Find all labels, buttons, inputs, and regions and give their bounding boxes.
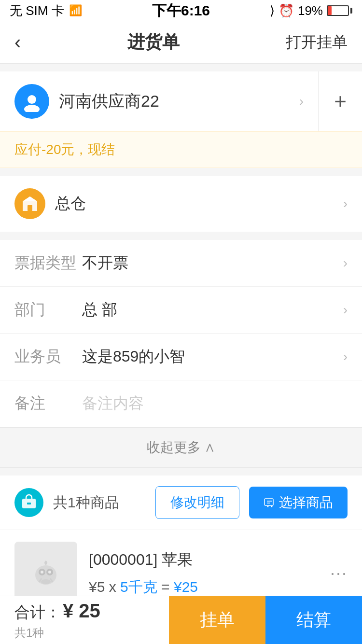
svg-rect-4: [27, 503, 31, 504]
product-quantity: 5千克: [120, 579, 157, 595]
dept-row[interactable]: 部门 总 部 ›: [0, 287, 362, 334]
supplier-notice: 应付-20元，现结: [0, 131, 362, 168]
svg-point-0: [28, 95, 36, 104]
svg-point-11: [41, 571, 43, 574]
select-product-label: 选择商品: [279, 493, 333, 512]
salesperson-label: 业务员: [14, 346, 82, 367]
summary-text: 合计： ¥ 25 共1种: [0, 600, 169, 641]
section-gap-4: [0, 468, 362, 476]
product-multiply: x: [109, 579, 120, 595]
select-product-button[interactable]: 选择商品: [249, 487, 348, 518]
product-title-text: 苹果: [162, 551, 193, 568]
product-equals: =: [161, 579, 174, 595]
dept-chevron-icon: ›: [343, 302, 348, 318]
section-gap-2: [0, 168, 362, 176]
carrier-text: 无 SIM 卡: [10, 2, 64, 19]
supplier-avatar: [14, 84, 49, 119]
warehouse-icon: [14, 188, 45, 219]
product-details: [0000001] 苹果 ¥5 x 5千克 = ¥25: [89, 549, 319, 597]
note-row[interactable]: 备注 备注内容: [0, 380, 362, 427]
svg-point-12: [48, 571, 51, 574]
section-gap-3: [0, 232, 362, 240]
warehouse-name: 总仓: [55, 193, 335, 214]
collapse-bar[interactable]: 收起更多 ∧: [0, 427, 362, 468]
supplier-selector[interactable]: 河南供应商22 ›: [0, 71, 319, 131]
status-bar-right: ⟩ ⏰ 19%: [270, 3, 352, 18]
invoice-chevron-icon: ›: [343, 255, 348, 271]
product-name: [0000001] 苹果: [89, 549, 319, 571]
location-icon: ⟩: [270, 3, 275, 18]
supplier-name: 河南供应商22: [59, 90, 292, 112]
svg-point-6: [267, 506, 269, 507]
open-suspend-button[interactable]: 打开挂单: [286, 32, 348, 53]
product-total: ¥25: [174, 579, 198, 595]
add-supplier-button[interactable]: +: [319, 71, 362, 131]
product-price-row: ¥5 x 5千克 = ¥25: [89, 577, 319, 597]
svg-point-1: [24, 105, 40, 112]
salesperson-value: 这是859的小智: [82, 346, 185, 367]
invoice-type-row[interactable]: 票据类型 不开票 ›: [0, 240, 362, 287]
total-label: 合计：: [14, 602, 61, 623]
product-header: 共1种商品 修改明细 选择商品: [0, 476, 362, 530]
salesperson-chevron-icon: ›: [343, 349, 348, 364]
svg-rect-5: [265, 499, 273, 505]
status-bar: 无 SIM 卡 📶 下午6:16 ⟩ ⏰ 19%: [0, 0, 362, 21]
checkout-button[interactable]: 结算: [265, 596, 362, 644]
product-code: [0000001]: [89, 551, 157, 568]
invoice-type-value: 不开票: [82, 252, 128, 274]
product-icon: [14, 488, 43, 517]
battery-icon: [327, 5, 352, 16]
product-count: 共1种商品: [53, 493, 146, 513]
back-button[interactable]: ‹: [14, 31, 21, 53]
bottom-summary-bar: 合计： ¥ 25 共1种 挂单 结算: [0, 596, 362, 644]
product-thumb-icon: [28, 556, 63, 590]
wifi-icon: 📶: [69, 4, 82, 17]
note-label: 备注: [14, 393, 82, 414]
edit-detail-button[interactable]: 修改明细: [155, 486, 239, 519]
nav-bar: ‹ 进货单 打开挂单: [0, 21, 362, 64]
section-gap-1: [0, 64, 362, 71]
cart-icon: [264, 497, 275, 508]
warehouse-chevron-icon: ›: [343, 196, 348, 211]
dept-value: 总 部: [82, 299, 117, 321]
alarm-icon: ⏰: [278, 3, 294, 18]
product-thumbnail: [14, 542, 77, 604]
svg-point-7: [271, 506, 273, 507]
invoice-type-label: 票据类型: [14, 252, 82, 274]
note-placeholder: 备注内容: [82, 393, 144, 414]
status-bar-time: 下午6:16: [152, 1, 210, 21]
product-unit-price: ¥5: [89, 579, 105, 595]
suspend-button[interactable]: 挂单: [169, 596, 265, 644]
salesperson-row[interactable]: 业务员 这是859的小智 ›: [0, 334, 362, 380]
page-title: 进货单: [127, 30, 180, 54]
supplier-section: 河南供应商22 › +: [0, 71, 362, 131]
svg-point-13: [41, 579, 51, 584]
supplier-chevron-icon: ›: [299, 94, 304, 109]
product-more-button[interactable]: ···: [330, 563, 348, 583]
status-bar-left: 无 SIM 卡 📶: [10, 2, 82, 19]
total-sub: 共1种: [14, 625, 154, 641]
battery-percent: 19%: [298, 3, 323, 18]
dept-label: 部门: [14, 299, 82, 321]
warehouse-row[interactable]: 总仓 ›: [0, 176, 362, 232]
total-row: 合计： ¥ 25: [14, 600, 154, 623]
svg-rect-2: [28, 205, 32, 211]
total-value: ¥ 25: [63, 600, 100, 622]
